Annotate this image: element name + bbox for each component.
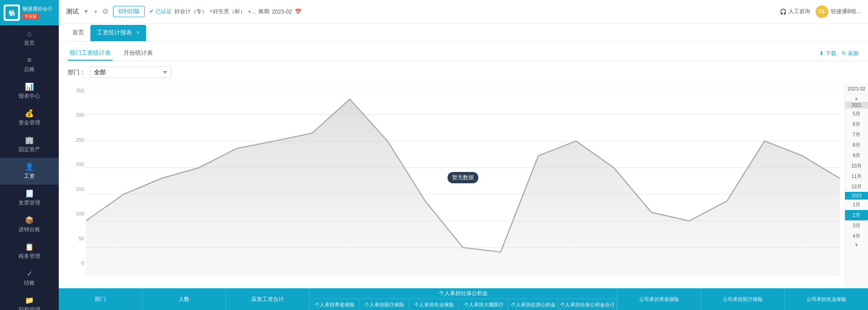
filter-dept-select[interactable]: 全部 销售部 行政部 财务部 bbox=[90, 67, 171, 78]
sidebar-label-assets: 固定资产 bbox=[19, 146, 40, 153]
month-2023-1[interactable]: 1月 bbox=[845, 200, 868, 210]
sub-tab-monthly[interactable]: 月份统计表 bbox=[122, 46, 155, 61]
chart-container: 350 300 250 200 150 100 50 0 bbox=[59, 83, 868, 288]
app-name: 畅捷通好会计 bbox=[23, 5, 52, 12]
refresh-button[interactable]: ↻ 刷新 bbox=[842, 50, 859, 57]
app-logo-icon: 畅 bbox=[4, 5, 20, 21]
sales-icon: 📦 bbox=[25, 216, 34, 224]
col-total-salary: 应发工资合计 bbox=[226, 288, 310, 310]
sidebar-label-ledger: 总账 bbox=[24, 66, 35, 73]
date-down-button[interactable]: ▼ bbox=[845, 241, 868, 248]
chart-svg-container: 暂无数据 bbox=[86, 88, 840, 275]
filter-row: 部门： 全部 销售部 行政部 财务部 bbox=[59, 61, 868, 83]
col-group-personal: 个人承担社保公积金 个人承担养老保险 个人承担医疗保险 个人承担失业保险 个人承… bbox=[310, 288, 618, 310]
topbar-settings-button[interactable]: ⚙ bbox=[102, 7, 108, 16]
sidebar-label-tax: 税务管理 bbox=[19, 253, 40, 260]
sidebar-label-sales: 进销台账 bbox=[19, 226, 40, 234]
status-period-value: 2023-02 bbox=[272, 9, 292, 15]
month-2023-4[interactable]: 4月 bbox=[845, 231, 868, 241]
month-2021-12[interactable]: 12月 bbox=[845, 181, 868, 192]
sub-tabs: 部门工资统计表 月份统计表 ⬇ 下载 ↻ 刷新 bbox=[59, 42, 868, 61]
sidebar-item-sales[interactable]: 📦 进销台账 bbox=[0, 211, 59, 238]
col-headcount: 人数 bbox=[142, 288, 226, 310]
topbar-title: 测试 bbox=[66, 8, 79, 16]
calendar-icon[interactable]: 📅 bbox=[295, 9, 302, 15]
col-personal-medical: 个人承担医疗保险 bbox=[359, 299, 409, 310]
sidebar-item-checkout[interactable]: ✓ 结账 bbox=[0, 265, 59, 291]
year-2023-label: 2023 bbox=[845, 192, 868, 200]
svg-text:畅: 畅 bbox=[9, 10, 15, 17]
col-dept: 部门 bbox=[59, 288, 142, 310]
date-up-button[interactable]: ▲ bbox=[845, 95, 868, 102]
refresh-label: 刷新 bbox=[848, 50, 859, 57]
col-personal-housing: 个人承担住房公积金 bbox=[509, 299, 558, 310]
tax-icon: 📋 bbox=[25, 243, 34, 251]
download-label: 下载 bbox=[826, 50, 836, 57]
table-header: 部门 人数 应发工资合计 个人承担社保公积金 个人承担养老保险 个人承担医疗保险… bbox=[59, 288, 868, 310]
tab-salary-report[interactable]: 工资统计报表 × bbox=[90, 25, 146, 41]
date-sidebar: 2023.02 ▲ 2021 5月 6月 7月 8月 9月 10月 11月 12… bbox=[844, 83, 868, 288]
sidebar-label-invoice: 发票管理 bbox=[19, 199, 40, 207]
month-2021-10[interactable]: 10月 bbox=[845, 161, 868, 171]
headset-icon: 🎧 bbox=[780, 9, 787, 15]
sidebar-label-reports: 报表中心 bbox=[19, 92, 40, 100]
sidebar-item-reports[interactable]: 📊 报表中心 bbox=[0, 78, 59, 105]
y-label-100: 100 bbox=[68, 211, 86, 216]
col-personal-total: 个人承担社保公积金合计 bbox=[558, 299, 617, 310]
refresh-icon: ↻ bbox=[842, 50, 846, 57]
topbar-add-button[interactable]: + bbox=[94, 8, 98, 16]
service-button[interactable]: 🎧 人工咨询 bbox=[780, 8, 810, 15]
sub-tab-dept[interactable]: 部门工资统计表 bbox=[68, 46, 113, 61]
sidebar-item-invoice[interactable]: 🧾 发票管理 bbox=[0, 185, 59, 211]
sidebar-logo: 畅 畅捷通好会计 专业版 bbox=[0, 0, 59, 25]
topbar: 测试 ▼ + ⚙ 切到旧版 ✔ 已认证 好会计（专） +好生意（标） +... … bbox=[59, 0, 868, 24]
date-sidebar-current: 2023.02 bbox=[845, 83, 868, 95]
tab-close-button[interactable]: × bbox=[137, 29, 140, 36]
topbar-right: 🎧 人工咨询 CE 轻捷通B组... bbox=[780, 5, 861, 18]
user-name: 轻捷通B组... bbox=[831, 8, 861, 15]
topbar-dropdown-arrow[interactable]: ▼ bbox=[83, 8, 89, 15]
page-tabs: 首页 工资统计报表 × bbox=[59, 24, 868, 42]
y-axis: 350 300 250 200 150 100 50 0 bbox=[68, 88, 86, 266]
download-icon: ⬇ bbox=[819, 50, 824, 57]
sidebar-item-salary[interactable]: 👤 工资 bbox=[0, 158, 59, 185]
y-label-0: 0 bbox=[68, 260, 86, 266]
month-2021-7[interactable]: 7月 bbox=[845, 129, 868, 140]
app-edition: 专业版 bbox=[23, 13, 38, 20]
group-personal-cols: 个人承担养老保险 个人承担医疗保险 个人承担失业保险 个人承担大额医疗 个人承担… bbox=[310, 299, 617, 310]
user-info[interactable]: CE 轻捷通B组... bbox=[816, 5, 861, 18]
sidebar-nav: ⌂ 首页 ≡ 总账 📊 报表中心 💰 资金管理 🏢 固定资产 👤 工资 🧾 发票… bbox=[0, 25, 59, 310]
archive-icon: 📁 bbox=[25, 296, 34, 305]
checkout-icon: ✓ bbox=[27, 269, 33, 278]
y-label-200: 200 bbox=[68, 162, 86, 167]
month-2021-9[interactable]: 9月 bbox=[845, 150, 868, 161]
download-button[interactable]: ⬇ 下载 bbox=[819, 50, 836, 57]
tab-home[interactable]: 首页 bbox=[66, 25, 90, 41]
col-company-pension: 公司承担养老保险 bbox=[618, 288, 701, 310]
sidebar-item-ledger[interactable]: ≡ 总账 bbox=[0, 52, 59, 78]
y-label-350: 350 bbox=[68, 88, 86, 93]
group-personal-title: 个人承担社保公积金 bbox=[310, 288, 617, 299]
switch-version-button[interactable]: 切到旧版 bbox=[113, 6, 145, 17]
reports-icon: 📊 bbox=[25, 82, 34, 91]
sidebar-label-funds: 资金管理 bbox=[19, 119, 40, 127]
status-product1: 好会计（专） bbox=[175, 8, 207, 15]
sidebar-item-archive[interactable]: 📁 归档管理 bbox=[0, 291, 59, 310]
month-2021-5[interactable]: 5月 bbox=[845, 109, 868, 119]
sidebar-item-home[interactable]: ⌂ 首页 bbox=[0, 25, 59, 52]
sidebar-item-tax[interactable]: 📋 税务管理 bbox=[0, 238, 59, 265]
salary-icon: 👤 bbox=[25, 162, 34, 171]
topbar-status: ✔ 已认证 好会计（专） +好生意（标） +... 账期 2023-02 📅 bbox=[149, 8, 301, 15]
month-2023-2[interactable]: 2月 bbox=[845, 210, 868, 220]
assets-icon: 🏢 bbox=[25, 136, 34, 144]
status-more: +... bbox=[248, 9, 256, 15]
service-label: 人工咨询 bbox=[788, 8, 810, 15]
month-2021-8[interactable]: 8月 bbox=[845, 140, 868, 150]
sidebar-item-funds[interactable]: 💰 资金管理 bbox=[0, 105, 59, 131]
month-2021-6[interactable]: 6月 bbox=[845, 119, 868, 129]
sidebar-item-assets[interactable]: 🏢 固定资产 bbox=[0, 131, 59, 158]
month-2021-11[interactable]: 11月 bbox=[845, 171, 868, 181]
main-area: 测试 ▼ + ⚙ 切到旧版 ✔ 已认证 好会计（专） +好生意（标） +... … bbox=[59, 0, 868, 310]
invoice-icon: 🧾 bbox=[25, 189, 34, 198]
month-2023-3[interactable]: 3月 bbox=[845, 220, 868, 231]
